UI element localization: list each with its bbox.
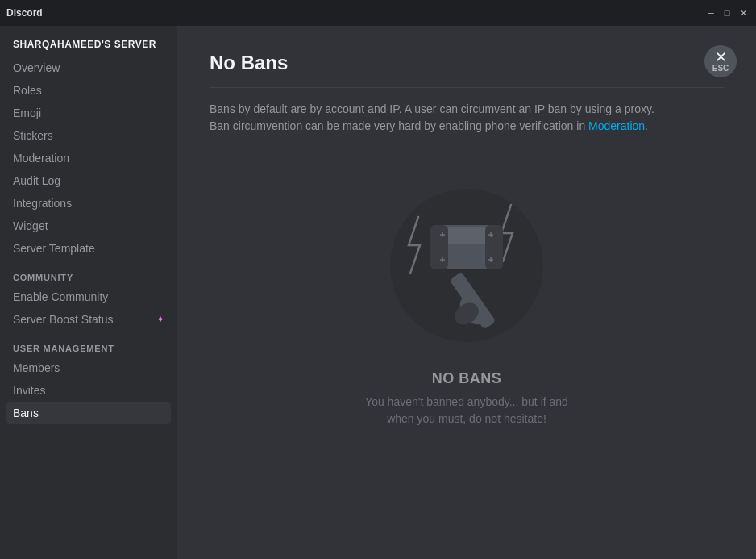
- no-bans-subtitle: You haven't banned anybody... but if and…: [365, 394, 568, 428]
- sidebar-item-overview[interactable]: Overview: [6, 56, 171, 79]
- bans-description: Bans by default are by account and IP. A…: [210, 101, 661, 135]
- sidebar-item-label: Server Boost Status: [13, 313, 114, 326]
- sidebar-item-label: Server Template: [13, 242, 95, 255]
- sidebar-item-integrations[interactable]: Integrations: [6, 192, 171, 215]
- sidebar-item-label: Widget: [13, 219, 48, 232]
- sidebar-item-label: Overview: [13, 61, 60, 74]
- window-controls: ─ □ ✕: [704, 6, 750, 19]
- svg-rect-4: [430, 225, 448, 269]
- svg-rect-5: [485, 225, 503, 269]
- sidebar-item-members[interactable]: Members: [6, 357, 171, 379]
- sidebar-item-enable-community[interactable]: Enable Community: [6, 286, 171, 308]
- description-end: .: [645, 119, 648, 132]
- sidebar-item-roles[interactable]: Roles: [6, 79, 171, 102]
- sidebar-item-label: Members: [13, 361, 60, 374]
- sidebar-item-stickers[interactable]: Stickers: [6, 124, 171, 147]
- sidebar-item-label: Audit Log: [13, 174, 60, 187]
- titlebar: Discord ─ □ ✕: [0, 0, 756, 26]
- sidebar-item-label: Roles: [13, 84, 42, 97]
- no-bans-line2: when you must, do not hesitate!: [387, 412, 546, 425]
- app-title: Discord: [6, 7, 43, 19]
- close-x-icon: ✕: [715, 50, 727, 65]
- illustration-area: NO BANS You haven't banned anybody... bu…: [210, 161, 724, 428]
- main-content: ✕ ESC No Bans Bans by default are by acc…: [177, 26, 756, 559]
- hammer-illustration: [370, 161, 563, 354]
- sidebar-item-label: Enable Community: [13, 290, 108, 303]
- sidebar-item-audit-log[interactable]: Audit Log: [6, 169, 171, 192]
- sidebar-item-server-boost-status[interactable]: Server Boost Status ✦: [6, 308, 171, 331]
- app-body: SHARQAHAMEED'S SERVER Overview Roles Emo…: [0, 26, 756, 559]
- sidebar-item-bans[interactable]: Bans: [6, 402, 171, 424]
- esc-label: ESC: [712, 65, 729, 73]
- maximize-button[interactable]: □: [721, 6, 733, 19]
- close-settings-button[interactable]: ✕ ESC: [704, 45, 737, 77]
- page-title: No Bans: [210, 52, 724, 74]
- sidebar-item-label: Stickers: [13, 129, 53, 142]
- no-bans-title: NO BANS: [432, 370, 502, 387]
- close-button[interactable]: ✕: [737, 6, 750, 19]
- sidebar-item-label: Invites: [13, 384, 45, 397]
- title-divider: [210, 87, 724, 88]
- sidebar-item-widget[interactable]: Widget: [6, 215, 171, 237]
- sidebar-item-label: Moderation: [13, 152, 69, 165]
- sidebar: SHARQAHAMEED'S SERVER Overview Roles Emo…: [0, 26, 177, 559]
- boost-icon: ✦: [156, 314, 164, 325]
- section-label-community: COMMUNITY: [6, 260, 171, 286]
- minimize-button[interactable]: ─: [704, 6, 717, 19]
- section-label-user-management: USER MANAGEMENT: [6, 331, 171, 357]
- sidebar-item-server-template[interactable]: Server Template: [6, 237, 171, 260]
- sidebar-item-invites[interactable]: Invites: [6, 379, 171, 402]
- sidebar-item-label: Bans: [13, 407, 39, 419]
- server-name: SHARQAHAMEED'S SERVER: [6, 39, 171, 50]
- sidebar-item-label: Emoji: [13, 106, 41, 119]
- sidebar-item-emoji[interactable]: Emoji: [6, 102, 171, 124]
- sidebar-item-label: Integrations: [13, 197, 72, 210]
- moderation-link[interactable]: Moderation: [588, 119, 645, 132]
- no-bans-line1: You haven't banned anybody... but if and: [365, 395, 568, 408]
- sidebar-item-moderation[interactable]: Moderation: [6, 147, 171, 169]
